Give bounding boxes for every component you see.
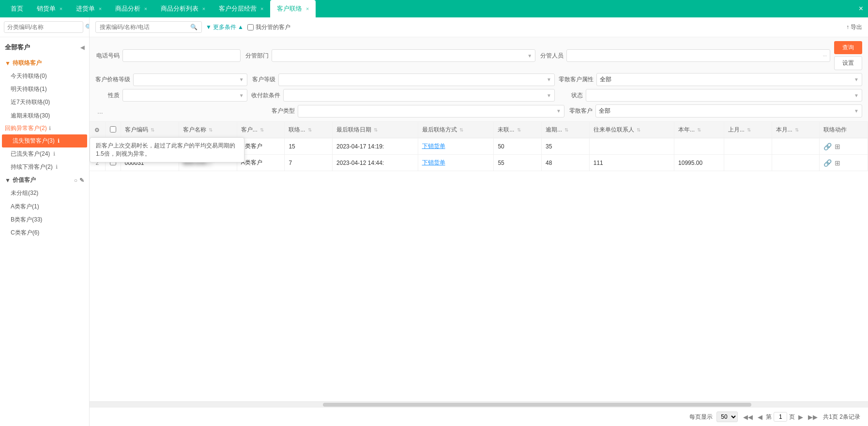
sort-type-icon[interactable]: ⇅ (260, 127, 264, 132)
query-button[interactable]: 查询 (834, 41, 862, 54)
grid-icon-1[interactable]: ⊞ (835, 143, 840, 150)
lost-icon: ℹ (53, 151, 55, 157)
col-last-date: 最后联络日期 ⇅ (333, 122, 418, 138)
sort-last-date-icon[interactable]: ⇅ (374, 127, 378, 132)
next-page-btn[interactable]: ▶ (797, 413, 805, 421)
adv-filter: 电话号码 分管部门 ▼ 分管人员 ··· 查询 设置 (90, 37, 868, 122)
close-product-list[interactable]: × (202, 6, 205, 12)
row-overdue-2: 48 (542, 155, 590, 171)
sidebar-item-7days[interactable]: 近7天待联络(0) (0, 96, 89, 109)
horizontal-scrollbar[interactable] (90, 401, 868, 407)
sidebar-item-ungroup[interactable]: 未分组(32) (0, 187, 89, 200)
close-sales[interactable]: × (60, 6, 62, 12)
sidebar-item-today[interactable]: 今天待联络(0) (0, 70, 89, 83)
col-settings-icon[interactable]: ⚙ (90, 122, 105, 138)
nav-item-purchase[interactable]: 进货单 × (69, 0, 108, 17)
sidebar-search-input[interactable] (4, 21, 83, 33)
sidebar-item-lost[interactable]: 已流失客户(24) ℹ (0, 147, 89, 161)
last-method-link-1[interactable]: 下销货单 (422, 143, 445, 149)
sidebar-item-class-b[interactable]: B类客户(33) (0, 213, 89, 226)
sort-this-month-icon[interactable]: ⇅ (795, 127, 799, 132)
value-edit-icon[interactable]: ✎ (79, 177, 84, 184)
export-button[interactable]: ↑ 导出 (846, 23, 862, 31)
customer-tier-input[interactable]: ▼ (278, 73, 555, 86)
gender-input[interactable]: ▼ (122, 89, 247, 102)
page-nav: ◀◀ ◀ 第 页 ▶ ▶▶ (742, 412, 819, 422)
my-customer-checkbox-label[interactable]: 我分管的客户 (247, 23, 290, 31)
payment-input[interactable]: ▼ (283, 89, 555, 102)
sidebar-item-class-c[interactable]: C类客户(6) (0, 226, 89, 239)
col-name: 客户名称 ⇅ (179, 122, 237, 138)
sort-last-month-icon[interactable]: ⇅ (747, 127, 751, 132)
sidebar-item-class-a[interactable]: A类客户(1) (0, 200, 89, 213)
sort-name-icon[interactable]: ⇅ (209, 127, 213, 132)
sort-contact-icon[interactable]: ⇅ (308, 127, 312, 132)
tree-root-all-customers[interactable]: 全部客户 ◀ (0, 40, 89, 55)
sidebar-item-tomorrow[interactable]: 明天待联络(1) (0, 83, 89, 96)
row-contact-count-1: 15 (285, 138, 333, 155)
link-icon-2[interactable]: 🔗 (823, 159, 832, 167)
sidebar-item-overdue[interactable]: 逾期未联络(30) (0, 109, 89, 122)
nav-item-customer-tier[interactable]: 客户分层经营 × (212, 0, 270, 17)
retail-input[interactable]: 全部 ▼ (595, 104, 862, 118)
search-input[interactable] (100, 24, 190, 30)
tree-section-value-header[interactable]: ▼ 价值客户 ○ ✎ (0, 174, 89, 187)
per-page-select[interactable]: 50 (716, 411, 738, 422)
close-product-analysis[interactable]: × (144, 6, 147, 12)
prev-page-btn[interactable]: ◀ (756, 413, 764, 421)
page-number-input[interactable] (774, 412, 787, 422)
sort-overdue-icon[interactable]: ⇅ (564, 127, 568, 132)
grid-icon-2[interactable]: ⊞ (835, 159, 840, 167)
last-page-btn[interactable]: ▶▶ (807, 413, 819, 421)
nav-home[interactable]: 首页 (4, 0, 30, 17)
sidebar-tree: 全部客户 ◀ ▼ 待联络客户 今天待联络(0) 明天待联络(1) 近7天待联络(… (0, 37, 89, 426)
close-customer-contact[interactable]: × (306, 6, 309, 12)
nav-item-product-list[interactable]: 商品分析列表 × (154, 0, 212, 17)
window-close-icon[interactable]: × (859, 4, 863, 13)
sort-this-year-icon[interactable]: ⇅ (697, 127, 701, 132)
row-last-method-1[interactable]: 下销货单 (418, 138, 494, 155)
sidebar-search-area: 🔍 (0, 17, 89, 37)
person-input[interactable]: ··· (566, 49, 830, 62)
sort-partner-icon[interactable]: ⇅ (637, 127, 640, 132)
repeat-buy-info-icon: ℹ (49, 125, 51, 132)
customer-type-input[interactable]: ▼ (298, 105, 564, 118)
sort-last-method-icon[interactable]: ⇅ (459, 127, 463, 132)
last-method-link-2[interactable]: 下销货单 (422, 159, 445, 166)
sidebar-search-icon[interactable]: 🔍 (85, 24, 90, 30)
nav-item-sales[interactable]: 销货单 × (30, 0, 69, 17)
nav-item-product-analysis[interactable]: 商品分析 × (108, 0, 154, 17)
search-box: 🔍 (95, 21, 202, 33)
status-input[interactable]: ▼ (586, 89, 862, 102)
sidebar-item-repeat-buy[interactable]: 回购异常客户(2) ℹ (0, 122, 89, 134)
value-add-icon[interactable]: ○ (74, 177, 77, 184)
payment-arrow: ▼ (547, 93, 551, 98)
sort-no-contact-icon[interactable]: ⇅ (517, 127, 521, 132)
nav-item-customer-contact[interactable]: 客户联络 × (270, 0, 316, 17)
row-this-year-1 (674, 138, 724, 155)
collapse-icon: ◀ (80, 44, 84, 51)
price-tier-arrow: ▼ (239, 77, 244, 82)
page-suffix-label: 页 (789, 413, 795, 421)
select-all-checkbox[interactable] (110, 126, 116, 132)
dots-button[interactable]: ... (97, 107, 103, 115)
retail-attr-input[interactable]: 全部 ▼ (596, 73, 862, 86)
link-icon-1[interactable]: 🔗 (823, 143, 832, 150)
tree-section-pending-header[interactable]: ▼ 待联络客户 (0, 57, 89, 70)
close-customer-tier[interactable]: × (260, 6, 263, 12)
sidebar-item-declining[interactable]: 持续下滑客户(2) ℹ (0, 161, 89, 174)
settings-button[interactable]: 设置 (834, 56, 862, 70)
sort-code-icon[interactable]: ⇅ (151, 127, 154, 132)
dept-input[interactable]: ▼ (272, 49, 535, 62)
price-tier-input[interactable]: ▼ (133, 73, 247, 86)
sidebar-item-lost-warning[interactable]: 流失预警客户(3) ℹ (2, 134, 87, 147)
row-last-method-2[interactable]: 下销货单 (418, 155, 494, 171)
scroll-thumb[interactable] (323, 403, 751, 407)
my-customer-checkbox[interactable] (247, 24, 254, 30)
col-type: 客户... ⇅ (237, 122, 285, 138)
col-checkbox-all[interactable] (105, 122, 121, 138)
phone-input[interactable] (122, 49, 241, 62)
close-purchase[interactable]: × (99, 6, 102, 12)
more-conditions-toggle[interactable]: ▼ 更多条件 ▲ (206, 23, 244, 31)
first-page-btn[interactable]: ◀◀ (742, 413, 754, 421)
